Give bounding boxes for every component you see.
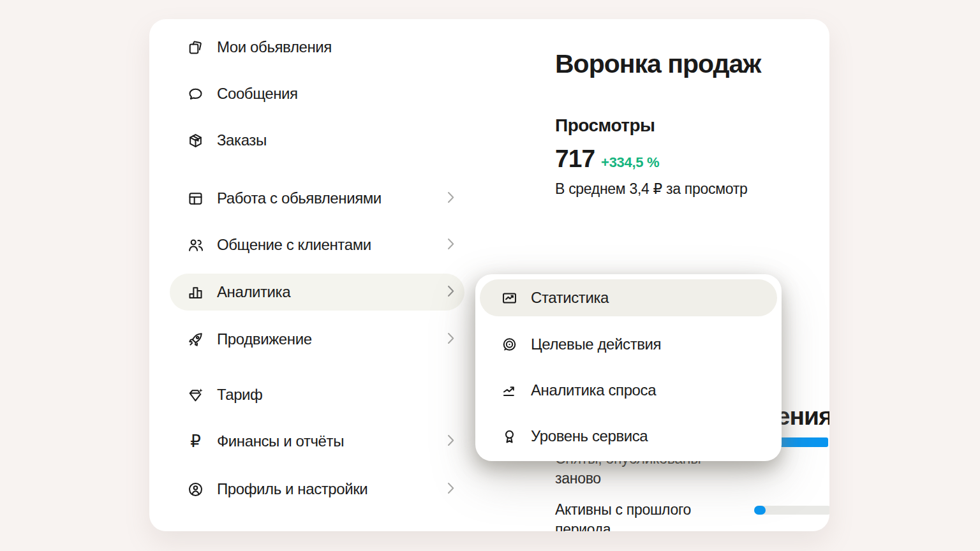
- sidebar-item-label: Аналитика: [217, 283, 447, 301]
- sidebar-item-listings-work[interactable]: Работа с обьявлениями: [170, 180, 464, 217]
- sidebar-item-finance[interactable]: ₽ Финансы и отчёты: [170, 423, 464, 460]
- sidebar-item-messages[interactable]: Сообщения: [170, 75, 464, 112]
- submenu-item-label: Целевые действия: [531, 335, 661, 353]
- views-metric-note: В среднем 3,4 ₽ за просмотр: [555, 180, 747, 198]
- views-metric-delta: +334,5 %: [601, 154, 659, 170]
- sidebar-item-label: Мои обьявления: [217, 38, 456, 56]
- sidebar-item-analytics[interactable]: Аналитика: [170, 274, 464, 311]
- submenu-item-label: Уровень сервиса: [531, 427, 648, 445]
- chat-bubble-icon: [187, 85, 204, 103]
- listings-bar-row-2-fill: [754, 506, 766, 515]
- sidebar-item-label: Тариф: [217, 386, 456, 404]
- sidebar-item-profile-settings[interactable]: Профиль и настройки: [170, 471, 464, 508]
- sidebar-item-tariff[interactable]: Тариф: [170, 376, 464, 413]
- dashboard-card: Мои обьявления Сообщения Заказы: [149, 19, 829, 531]
- ruble-icon: ₽: [187, 433, 204, 450]
- views-metric-value: 717: [555, 145, 595, 172]
- submenu-item-label: Статистика: [531, 289, 609, 307]
- sidebar-item-promotion[interactable]: Продвижение: [170, 321, 464, 358]
- rocket-icon: [187, 331, 204, 348]
- sidebar-item-my-listings[interactable]: Мои обьявления: [170, 29, 464, 66]
- submenu-item-demand-analytics[interactable]: Аналитика спроса: [480, 372, 777, 409]
- submenu-item-service-level[interactable]: Уровень сервиса: [480, 418, 777, 455]
- package-icon: [187, 132, 204, 149]
- target-bubble-icon: [501, 336, 518, 353]
- chevron-right-icon: [447, 285, 454, 300]
- submenu-item-target-actions[interactable]: Целевые действия: [480, 326, 777, 363]
- page-title: Воронка продаж: [555, 49, 761, 79]
- chevron-right-icon: [447, 482, 454, 497]
- profile-circle-icon: [187, 481, 204, 498]
- chevron-right-icon: [447, 332, 454, 347]
- sidebar-item-client-communication[interactable]: Общение с клиентами: [170, 226, 464, 263]
- listings-row-label: Активны с прошлого периода: [555, 500, 721, 531]
- views-metric-label: Просмотры: [555, 115, 655, 136]
- trend-up-icon: [501, 382, 518, 399]
- bar-chart-icon: [187, 284, 204, 301]
- submenu-item-label: Аналитика спроса: [531, 381, 656, 399]
- sidebar-item-label: Продвижение: [217, 330, 447, 348]
- sidebar-item-label: Сообщения: [217, 85, 456, 103]
- sidebar-item-label: Общение с клиентами: [217, 236, 447, 254]
- sidebar-item-label: Финансы и отчёты: [217, 432, 447, 450]
- chevron-right-icon: [447, 434, 454, 449]
- sidebar-item-label: Профиль и настройки: [217, 480, 447, 498]
- sidebar-item-label: Работа с обьявлениями: [217, 189, 447, 207]
- copy-icon: [187, 39, 204, 56]
- diamond-sparkle-icon: [187, 386, 204, 404]
- browser-window-icon: [187, 190, 204, 207]
- chevron-right-icon: [447, 238, 454, 253]
- views-metric-value-row: 717+334,5 %: [555, 145, 659, 173]
- sidebar-item-orders[interactable]: Заказы: [170, 122, 464, 159]
- listings-bar-row-2: [754, 506, 829, 515]
- medal-icon: [501, 428, 518, 445]
- sidebar-item-label: Заказы: [217, 131, 456, 149]
- stats-frame-icon: [501, 290, 518, 307]
- analytics-submenu: Статистика Целевые действия: [475, 274, 782, 461]
- submenu-item-statistics[interactable]: Статистика: [480, 279, 777, 316]
- people-icon: [187, 237, 204, 254]
- chevron-right-icon: [447, 191, 454, 206]
